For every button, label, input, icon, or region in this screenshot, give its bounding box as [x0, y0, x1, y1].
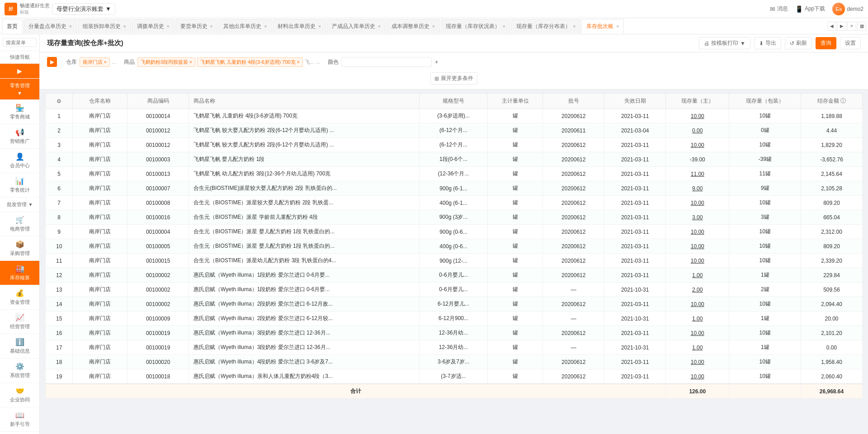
account-selector[interactable]: 母婴行业演示账套 ▼: [52, 3, 115, 15]
row-stock1[interactable]: 10.00: [666, 225, 729, 239]
sidebar-item-marketing[interactable]: 📢 营销推广: [0, 124, 39, 149]
row-stock1[interactable]: 1.00: [666, 340, 729, 355]
row-stock1[interactable]: 10.00: [666, 196, 729, 210]
sidebar-item-app-center[interactable]: 📱 应用中心: [0, 432, 39, 434]
sidebar-item-ecommerce[interactable]: 🛒 电商管理: [0, 212, 39, 236]
search-input[interactable]: [3, 38, 37, 47]
tab-batch-ledger[interactable]: 库存批次账 ×: [581, 19, 624, 33]
close-icon[interactable]: ×: [264, 24, 267, 29]
close-icon[interactable]: ×: [503, 24, 505, 29]
tab-dismantle[interactable]: 组装拆卸单历史 ×: [78, 19, 131, 33]
row-warehouse: 南岸门店: [73, 196, 127, 210]
sidebar-item-retail-mgmt[interactable]: ▶: [0, 64, 39, 79]
sidebar-item-onboarding[interactable]: 📖 新手引导: [0, 407, 39, 432]
sidebar-item-retail-mgmt-label[interactable]: 零售管理 ▼: [0, 79, 39, 100]
row-stock1[interactable]: 3.00: [666, 210, 729, 225]
tab-close-button[interactable]: ×: [847, 22, 856, 31]
row-stock1[interactable]: 10.00: [666, 326, 729, 340]
page-header: 现存量查询(按仓库+批次) 🖨 按模板打印 ▼ ⬇ 导出 ↺ 刷新 查询: [40, 34, 868, 52]
close-icon[interactable]: ×: [378, 24, 381, 29]
row-name: 合生元(BIOSTIME)派星较大婴儿配方奶粉 2段 乳铁蛋白的...: [189, 181, 420, 196]
tab-split[interactable]: 分量盘点单历史 ×: [24, 19, 77, 33]
row-amount: 2,060.40: [801, 369, 863, 384]
row-stock1[interactable]: 1.00: [666, 311, 729, 326]
sidebar-item-basic[interactable]: ℹ️ 基础信息: [0, 334, 39, 359]
row-unit: 罐: [487, 123, 542, 138]
sidebar-item-inventory[interactable]: 🏭 库存核算: [0, 261, 39, 285]
row-stock1[interactable]: 11.00: [666, 167, 729, 181]
row-stock1[interactable]: 10.00: [666, 109, 729, 123]
close-icon[interactable]: ×: [318, 24, 321, 29]
sidebar-item-wholesale[interactable]: 批发管理 ▼: [0, 198, 39, 212]
tab-inventory-dist[interactable]: 现存量（库存分布表） ×: [511, 19, 581, 33]
row-stock1[interactable]: 2.00: [666, 283, 729, 297]
export-button[interactable]: ⬇ 导出: [754, 37, 781, 49]
sidebar-item-purchase[interactable]: 📦 采购管理: [0, 236, 39, 261]
tab-menu-button[interactable]: ▦: [857, 22, 866, 31]
row-stock1[interactable]: 10.00: [666, 138, 729, 152]
close-icon[interactable]: ×: [167, 24, 170, 29]
remove-warehouse-tag[interactable]: ×: [104, 60, 107, 65]
settings-icon[interactable]: ⚙: [57, 98, 61, 104]
row-stock1[interactable]: 10.00: [666, 297, 729, 311]
close-icon[interactable]: ×: [432, 24, 435, 29]
sidebar-item-member[interactable]: 👤 会员中心: [0, 149, 39, 173]
col-header-amount: 结存金额 ⓘ: [801, 94, 863, 109]
row-amount: 2,312.00: [801, 225, 863, 239]
tab-request[interactable]: 要货单历史 ×: [175, 19, 218, 33]
member-icon: 👤: [15, 152, 24, 161]
sidebar-item-retail-stats[interactable]: 📊 零售统计: [0, 173, 39, 198]
row-amount: 20.00: [801, 311, 863, 326]
template-print-button[interactable]: 🖨 按模板打印 ▼: [699, 37, 750, 49]
message-button[interactable]: ✉ 消息: [770, 5, 788, 13]
row-stock1[interactable]: -39.00: [666, 152, 729, 167]
filter-expand-toggle[interactable]: ▶: [47, 57, 57, 67]
close-icon[interactable]: ×: [616, 24, 619, 29]
row-spec: (12-36个月...: [419, 167, 487, 181]
row-stock1[interactable]: 0.00: [666, 123, 729, 138]
close-icon[interactable]: ×: [69, 24, 72, 29]
tab-other-out[interactable]: 其他出库单历史 ×: [218, 19, 272, 33]
user-profile[interactable]: Ea demo2: [832, 3, 863, 15]
color-filter-input[interactable]: [341, 57, 432, 67]
row-stock1[interactable]: 10.00: [666, 239, 729, 254]
row-stock1[interactable]: 10.00: [666, 355, 729, 369]
sidebar-item-enterprise[interactable]: 🤝 企业协同: [0, 383, 39, 407]
row-stock1[interactable]: 1.00: [666, 268, 729, 283]
tab-next-button[interactable]: ▶: [837, 22, 846, 31]
tab-mix[interactable]: 调拨单历史 ×: [132, 19, 175, 33]
tab-material-out[interactable]: 材料出库单历史 ×: [273, 19, 326, 33]
tab-cost-adj[interactable]: 成本调整单历史 ×: [387, 19, 440, 33]
row-stock1[interactable]: 9.00: [666, 181, 729, 196]
row-stock1[interactable]: 10.00: [666, 369, 729, 384]
tab-home[interactable]: 首页: [2, 19, 23, 33]
remove-product-tag-1[interactable]: ×: [189, 60, 192, 65]
refresh-button[interactable]: ↺ 刷新: [785, 37, 812, 49]
row-unit: 罐: [487, 283, 542, 297]
close-icon[interactable]: ×: [210, 24, 213, 29]
tab-prev-button[interactable]: ◀: [827, 22, 836, 31]
close-icon[interactable]: ×: [123, 24, 126, 29]
tab-product-in[interactable]: 产成品入库单历史 ×: [327, 19, 386, 33]
row-amount: 2,339.20: [801, 254, 863, 268]
row-stock2: 10罐: [729, 326, 801, 340]
settings-button[interactable]: 设置: [840, 37, 861, 49]
col-header-settings[interactable]: ⚙: [46, 94, 73, 109]
sidebar-item-finance[interactable]: 💰 资金管理: [0, 285, 39, 310]
query-button[interactable]: 查询: [816, 37, 836, 49]
row-amount: 509.56: [801, 283, 863, 297]
sidebar-item-retail-shop[interactable]: 🏪 零售商城: [0, 100, 39, 124]
row-expire: 2021-03-11: [604, 167, 666, 181]
sidebar-item-system[interactable]: ⚙️ 系统管理: [0, 359, 39, 383]
app-logo-icon: 好: [5, 3, 17, 15]
row-stock1[interactable]: 10.00: [666, 254, 729, 268]
app-download-button[interactable]: 📱 App下载: [795, 5, 825, 13]
remove-product-tag-2[interactable]: ×: [297, 60, 300, 65]
expand-more-button[interactable]: ⊞ 展开更多条件: [430, 72, 477, 85]
tab-inventory-status[interactable]: 现存量（库存状况表） ×: [441, 19, 510, 33]
close-icon[interactable]: ×: [573, 24, 576, 29]
row-warehouse: 南岸门店: [73, 340, 127, 355]
arrow-icon: ▼: [28, 202, 33, 207]
sidebar-item-operations[interactable]: 📈 经营管理: [0, 310, 39, 334]
row-code: 00100020: [127, 355, 189, 369]
